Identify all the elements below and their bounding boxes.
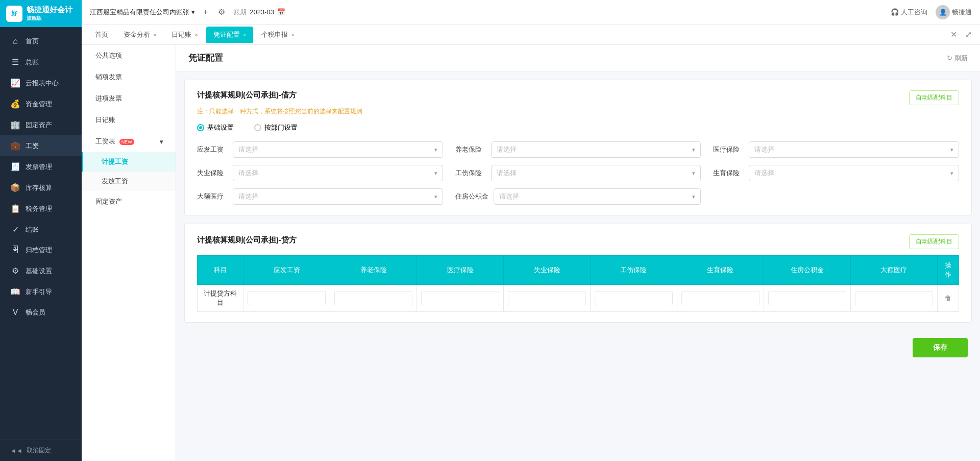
sub-sidebar-sales[interactable]: 销项发票 — [82, 66, 176, 88]
input-maternity[interactable] — [681, 291, 760, 305]
tab-tax-close[interactable]: × — [291, 32, 294, 38]
sidebar-item-assets[interactable]: 🏢 固定资产 — [0, 114, 82, 135]
auto-match-credit-button[interactable]: 自动匹配科目 — [909, 234, 959, 249]
sidebar-item-label: 发票管理 — [26, 162, 52, 172]
sub-sidebar-public[interactable]: 公共选项 — [82, 45, 176, 66]
close-all-tabs-button[interactable]: ✕ — [948, 28, 959, 41]
cell-medical[interactable] — [417, 285, 504, 312]
col-header-medical: 医疗保险 — [417, 256, 504, 285]
section1-title: 计提核算规则(公司承担)-借方 — [197, 90, 297, 100]
cell-housing[interactable] — [764, 285, 850, 312]
public-label: 公共选项 — [95, 52, 122, 59]
sub-sidebar-calc-salary[interactable]: 计提工资 — [82, 152, 176, 172]
housing-field-label: 住房公积金 — [455, 192, 488, 201]
row-label: 计提贷方科目 — [198, 285, 243, 312]
tab-voucher-close[interactable]: × — [243, 32, 246, 38]
sidebar-item-salary[interactable]: 💼 工资 — [0, 135, 82, 156]
settings-icon: ⚙ — [10, 266, 20, 276]
debit-form-grid: 应发工资 请选择 ▾ 养老保险 请选择 ▾ 医疗 — [197, 141, 959, 205]
user-menu[interactable]: 👤 畅捷通 — [936, 5, 972, 19]
cell-maternity[interactable] — [677, 285, 764, 312]
sidebar-item-settings[interactable]: ⚙ 基础设置 — [0, 260, 82, 281]
sidebar-nav: ⌂ 首页 ☰ 总账 📈 云报表中心 💰 资金管理 🏢 固定资产 💼 工资 🧾 发… — [0, 27, 82, 440]
tab-journal[interactable]: 日记账 × — [164, 27, 205, 43]
injury-field-label: 工伤保险 — [455, 168, 486, 178]
main-area: 江西服宝精品有限责任公司内账张 ▾ + ⚙ 账期 2023-03 📅 🎧 人工咨… — [82, 0, 980, 461]
service-button[interactable]: 🎧 人工咨询 — [891, 8, 927, 17]
input-salary[interactable] — [248, 291, 326, 305]
refresh-button[interactable]: ↻ 刷新 — [947, 54, 968, 63]
calendar-icon[interactable]: 📅 — [277, 8, 285, 16]
sidebar-item-label: 新手引导 — [26, 287, 52, 297]
sub-sidebar-salary-group[interactable]: 工资表 NEW ▾ — [82, 131, 176, 152]
col-header-pension: 养老保险 — [330, 256, 417, 285]
service-label: 人工咨询 — [901, 8, 927, 17]
cell-large-medical[interactable] — [850, 285, 937, 312]
input-medical[interactable] — [421, 291, 499, 305]
topbar-settings-button[interactable]: ⚙ — [216, 5, 227, 19]
input-pension[interactable] — [334, 291, 412, 305]
company-selector[interactable]: 江西服宝精品有限责任公司内账张 ▾ — [90, 8, 195, 17]
large-medical-select[interactable]: 请选择 ▾ — [233, 188, 443, 205]
delete-row-button[interactable]: 🗑 — [944, 294, 951, 302]
tab-home[interactable]: 首页 — [88, 27, 115, 43]
salary-select[interactable]: 请选择 ▾ — [233, 141, 443, 158]
tab-voucher[interactable]: 凭证配置 × — [206, 27, 253, 43]
sidebar-item-inventory[interactable]: 📦 库存核算 — [0, 177, 82, 198]
sidebar-item-archive[interactable]: 🗄 归档管理 — [0, 240, 82, 260]
sidebar-item-reports[interactable]: 📈 云报表中心 — [0, 72, 82, 93]
sidebar-item-guide[interactable]: 📖 新手引导 — [0, 281, 82, 302]
col-header-injury: 工伤保险 — [591, 256, 677, 285]
tab-funds[interactable]: 资金分析 × — [116, 27, 163, 43]
tab-tax[interactable]: 个税申报 × — [254, 27, 301, 43]
maternity-select[interactable]: 请选择 ▾ — [749, 165, 959, 181]
ledger-icon: ☰ — [10, 57, 20, 67]
chevron-icon: ▾ — [692, 170, 695, 177]
sub-sidebar-pay-salary[interactable]: 发放工资 — [82, 172, 176, 191]
cell-pension[interactable] — [330, 285, 417, 312]
sidebar-footer-unpin[interactable]: ◄◄ 取消固定 — [0, 440, 82, 461]
input-large-medical[interactable] — [855, 291, 933, 305]
sidebar-item-invoice[interactable]: 🧾 发票管理 — [0, 156, 82, 177]
input-injury[interactable] — [595, 291, 673, 305]
tabbar-actions: ✕ ⤢ — [948, 28, 974, 41]
unemployment-select[interactable]: 请选择 ▾ — [233, 165, 443, 181]
tab-journal-label: 日记账 — [172, 30, 191, 39]
sidebar-item-label: 基础设置 — [26, 266, 52, 276]
housing-select[interactable]: 请选择 ▾ — [494, 188, 701, 205]
avatar: 👤 — [936, 5, 950, 19]
sidebar-item-member[interactable]: V 畅会员 — [0, 302, 82, 323]
add-company-button[interactable]: + — [201, 6, 210, 19]
form-item-large-medical: 大额医疗 请选择 ▾ — [197, 188, 443, 205]
tab-journal-close[interactable]: × — [194, 32, 198, 38]
pension-select[interactable]: 请选择 ▾ — [491, 141, 701, 158]
radio-basic-circle — [197, 124, 204, 131]
sub-sidebar-purchase[interactable]: 进项发票 — [82, 88, 176, 109]
cell-unemployment[interactable] — [504, 285, 591, 312]
sidebar-item-tax[interactable]: 📋 税务管理 — [0, 198, 82, 219]
cell-salary[interactable] — [243, 285, 330, 312]
sidebar-item-label: 工资 — [26, 141, 39, 151]
sidebar-item-close[interactable]: ✓ 结账 — [0, 219, 82, 240]
expand-tabs-button[interactable]: ⤢ — [963, 28, 974, 41]
injury-select[interactable]: 请选择 ▾ — [491, 165, 701, 181]
radio-dept[interactable]: 按部门设置 — [254, 123, 298, 132]
save-button[interactable]: 保存 — [913, 338, 968, 357]
section1-note: 注：只能选择一种方式，系统将按照您当前的选择来配置规则 — [197, 107, 959, 116]
sub-sidebar-journal[interactable]: 日记账 — [82, 109, 176, 131]
sidebar-item-funds[interactable]: 💰 资金管理 — [0, 93, 82, 114]
sidebar-logo: 好 畅捷通好会计 旗舰版 — [0, 0, 82, 27]
input-unemployment[interactable] — [508, 291, 586, 305]
input-housing[interactable] — [768, 291, 846, 305]
radio-dept-label: 按部门设置 — [264, 123, 298, 132]
auto-match-debit-button[interactable]: 自动匹配科目 — [909, 90, 959, 105]
medical-select[interactable]: 请选择 ▾ — [749, 141, 959, 158]
chevron-icon: ▾ — [692, 147, 695, 153]
radio-basic[interactable]: 基础设置 — [197, 123, 234, 132]
form-item-salary: 应发工资 请选择 ▾ — [197, 141, 443, 158]
tab-funds-close[interactable]: × — [153, 32, 156, 38]
cell-injury[interactable] — [591, 285, 677, 312]
sidebar-item-home[interactable]: ⌂ 首页 — [0, 31, 82, 52]
sub-sidebar-fixed-assets[interactable]: 固定资产 — [82, 191, 176, 212]
sidebar-item-ledger[interactable]: ☰ 总账 — [0, 52, 82, 72]
